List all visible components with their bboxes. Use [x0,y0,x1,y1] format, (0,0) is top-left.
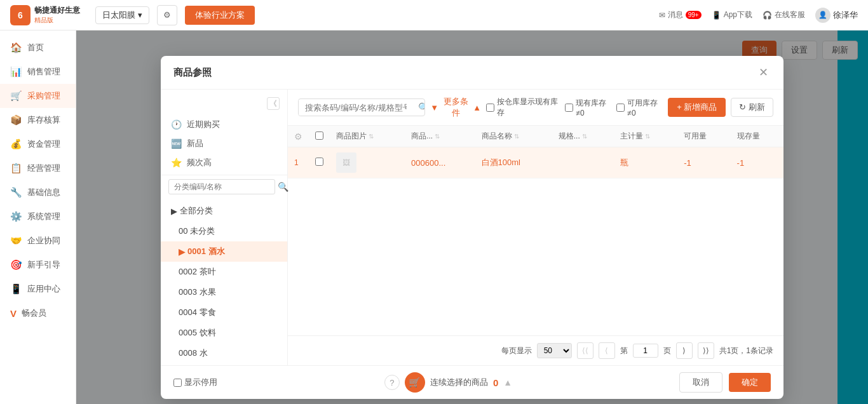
table-toolbar: 🔍 ▼ 更多条件 ▲ 按仓库显示现有库存 [288,90,783,126]
table-settings-icon[interactable]: ⚙ [294,131,302,142]
refresh-product-btn[interactable]: ↻ 刷新 [731,98,773,117]
sidebar-item-guide[interactable]: 🎯 新手引导 [0,253,76,277]
app-download-btn[interactable]: 📱 App下载 [712,10,752,20]
logo-area: 6 畅捷通好生意 精品版 [10,5,80,25]
product-table: ⚙ 商品图片 ⇅ [288,126,783,178]
filter-icon: ▼ [430,103,438,112]
sidebar-item-collab[interactable]: 🤝 企业协同 [0,229,76,253]
user-area[interactable]: 👤 徐泽华 [815,8,858,23]
col-name: 商品名称 ⇅ [475,126,552,147]
finance-icon: 💰 [10,138,22,150]
cat-item-00[interactable]: 00 未分类 [161,221,287,241]
cart-icon[interactable]: 🛒 [405,372,425,393]
sidebar-item-home[interactable]: 🏠 首页 [0,36,76,60]
product-search-btn[interactable]: 🔍 [413,99,425,116]
cell-stock: -1 [731,147,783,178]
store-selector[interactable]: 日太阳膜 ▾ [95,6,149,24]
recent-buy-item[interactable]: 🕐 近期购买 [161,115,287,134]
home-icon: 🏠 [10,42,22,53]
sidebar-item-basic[interactable]: 🔧 基础信息 [0,180,76,205]
cat-item-0001[interactable]: ▶ 0001 酒水 [161,241,287,262]
col-spec: 规格... ⇅ [552,126,614,147]
messages-btn[interactable]: ✉ 消息 99+ [659,10,702,20]
purchase-icon: 🛒 [10,90,22,102]
pagination-row: 每页显示 50 10 20 100 ⟨⟨ ⟨ 第 页 [288,335,783,365]
right-panel: 🔍 ▼ 更多条件 ▲ 按仓库显示现有库存 [288,90,783,365]
online-service-btn[interactable]: 🎧 在线客服 [763,10,805,20]
row-checkbox[interactable] [315,158,323,166]
available-stock-check[interactable] [616,104,625,112]
help-icon[interactable]: ? [384,375,400,390]
prev-page-btn[interactable]: ⟨ [599,342,615,359]
sidebar-item-purchase[interactable]: 🛒 采购管理 [0,84,76,108]
sidebar-item-member[interactable]: V 畅会员 [0,301,76,325]
category-search-btn[interactable]: 🔍 [278,182,288,192]
member-icon: V [10,308,17,319]
headset-icon: 🎧 [763,11,772,20]
sidebar-item-inventory[interactable]: 📦 库存核算 [0,108,76,132]
collapse-up-btn[interactable]: ▲ [503,377,512,387]
footer-right: 取消 确定 [679,372,771,393]
product-search-input[interactable] [299,100,413,116]
cell-check [309,147,330,178]
sidebar-item-system[interactable]: ⚙️ 系统管理 [0,205,76,229]
experience-btn[interactable]: 体验行业方案 [185,6,255,25]
cat-item-0005[interactable]: 0005 饮料 [161,323,287,343]
available-stock-checkbox[interactable]: 可用库存≠0 [616,98,663,118]
table-row[interactable]: 1 🖼 [288,147,783,178]
modal-overlay: 商品参照 ✕ 《 🕐 近期购买 [76,30,868,404]
cell-name: 白酒100ml [475,147,552,178]
image-placeholder-icon: 🖼 [342,158,350,167]
sidebar-item-apps[interactable]: 📱 应用中心 [0,277,76,301]
col-num: ⚙ [288,126,309,147]
main-layout: 🏠 首页 📊 销售管理 🛒 采购管理 📦 库存核算 💰 资金管理 📋 经营管理 … [0,30,868,404]
product-thumbnail: 🖼 [336,152,356,173]
top-nav: 6 畅捷通好生意 精品版 日太阳膜 ▾ ⚙ 体验行业方案 ✉ 消息 99+ 📱 … [0,0,868,30]
select-all-checkbox[interactable] [315,131,323,140]
cell-spec [552,147,614,178]
cancel-btn[interactable]: 取消 [679,372,722,393]
collapse-left-btn[interactable]: 《 [267,97,280,110]
cell-unit: 瓶 [614,147,677,178]
frequent-item[interactable]: ⭐ 频次高 [161,153,287,172]
cat-item-all[interactable]: ▶ 全部分类 [161,201,287,221]
basic-icon: 🔧 [10,187,22,198]
modal-footer: 显示停用 ? 🛒 连续选择的商品 0 ▲ 取消 确定 [161,365,783,399]
new-icon: 🆕 [171,138,182,149]
modal-close-btn[interactable]: ✕ [756,65,771,80]
content-area: 查询 设置 刷新 商品参照 ✕ [76,30,868,404]
modal-title: 商品参照 [173,67,212,79]
modal-header: 商品参照 ✕ [161,56,783,90]
first-page-btn[interactable]: ⟨⟨ [577,342,593,359]
current-stock-checkbox[interactable]: 现有库存≠0 [565,98,611,118]
cat-item-0008[interactable]: 0008 水 [161,343,287,360]
cat-item-0003[interactable]: 0003 水果 [161,282,287,302]
footer-left: 显示停用 [173,377,217,388]
logo-icon: 6 [10,5,31,25]
confirm-btn[interactable]: 确定 [729,373,771,392]
show-stock-check[interactable] [486,104,494,112]
sidebar-item-finance[interactable]: 💰 资金管理 [0,132,76,156]
filter-btn[interactable]: ▼ 更多条件 ▲ [430,96,481,119]
clock-icon: 🕐 [171,119,182,130]
last-page-btn[interactable]: ⟩⟩ [698,342,714,359]
next-page-btn[interactable]: ⟩ [676,342,693,359]
page-input[interactable] [633,344,658,358]
category-search-input[interactable] [168,179,275,194]
table-body: 1 🖼 [288,147,783,178]
per-page-select[interactable]: 50 10 20 100 [537,343,572,358]
sidebar-item-sales[interactable]: 📊 销售管理 [0,60,76,84]
footer-cart: ? 🛒 连续选择的商品 0 ▲ [384,372,512,393]
new-products-item[interactable]: 🆕 新品 [161,134,287,153]
settings-icon-btn[interactable]: ⚙ [157,5,177,25]
show-disabled-checkbox[interactable] [173,379,182,387]
show-disabled-label[interactable]: 显示停用 [173,377,217,388]
left-panel-top: 《 [161,95,287,115]
cat-item-0002[interactable]: 0002 茶叶 [161,262,287,282]
add-product-btn[interactable]: + 新增商品 [668,98,726,117]
current-stock-check[interactable] [565,104,573,112]
show-stock-checkbox[interactable]: 按仓库显示现有库存 [486,97,560,118]
sidebar: 🏠 首页 📊 销售管理 🛒 采购管理 📦 库存核算 💰 资金管理 📋 经营管理 … [0,30,76,404]
cat-item-0004[interactable]: 0004 零食 [161,302,287,323]
sidebar-item-operations[interactable]: 📋 经营管理 [0,156,76,180]
